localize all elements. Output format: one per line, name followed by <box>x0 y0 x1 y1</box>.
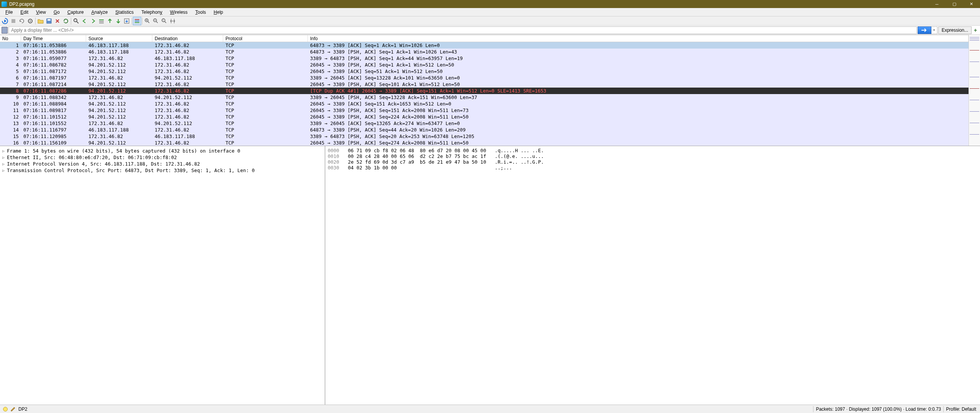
filterbar: ▾ Expression... + <box>0 26 980 35</box>
menu-wireless[interactable]: Wireless <box>166 8 191 16</box>
toolbar: 1 <box>0 16 980 26</box>
table-row[interactable]: 1407:16:11.11679746.183.117.188172.31.46… <box>0 127 969 133</box>
svg-point-5 <box>74 19 77 22</box>
svg-rect-0 <box>11 19 15 23</box>
table-row[interactable]: 107:16:11.05388646.183.117.188172.31.46.… <box>0 42 969 49</box>
statusbar: DP2 Packets: 1097 · Displayed: 1097 (100… <box>0 405 980 413</box>
table-row[interactable]: 607:16:11.087197172.31.46.8294.201.52.11… <box>0 75 969 81</box>
menu-telephony[interactable]: Telephony <box>137 8 166 16</box>
bookmark-icon[interactable] <box>2 27 8 34</box>
tree-item[interactable]: ▷Ethernet II, Src: 06:48:80:e6:d7:20, Ds… <box>2 154 322 161</box>
titlebar: DP2.pcapng ─ ▢ ✕ <box>0 0 980 8</box>
start-capture-icon[interactable] <box>1 17 9 25</box>
svg-text:1: 1 <box>163 19 164 21</box>
tree-item[interactable]: ▷Transmission Control Protocol, Src Port… <box>2 167 322 174</box>
column-no[interactable]: No <box>0 35 21 42</box>
capture-options-icon[interactable] <box>26 17 34 25</box>
reload-icon[interactable] <box>62 17 70 25</box>
resize-columns-icon[interactable] <box>168 17 177 25</box>
table-row[interactable]: 407:16:11.08678294.201.52.112172.31.46.8… <box>0 62 969 68</box>
status-profile[interactable]: Profile: Default <box>946 406 978 412</box>
packet-list[interactable]: No Day Time Source Destination Protocol … <box>0 35 969 146</box>
save-file-icon[interactable] <box>45 17 53 25</box>
svg-rect-12 <box>135 22 139 23</box>
menu-file[interactable]: File <box>2 8 16 16</box>
go-back-icon[interactable] <box>80 17 89 25</box>
menu-capture[interactable]: Capture <box>64 8 88 16</box>
expression-button[interactable]: Expression... <box>938 26 972 34</box>
packet-list-header[interactable]: No Day Time Source Destination Protocol … <box>0 35 969 42</box>
column-source[interactable]: Source <box>86 35 152 42</box>
table-row[interactable]: 907:16:11.088342172.31.46.8294.201.52.11… <box>0 94 969 101</box>
apply-filter-button[interactable] <box>918 26 931 34</box>
go-to-packet-icon[interactable] <box>97 17 106 25</box>
menu-analyze[interactable]: Analyze <box>88 8 112 16</box>
packet-minimap[interactable] <box>969 35 980 146</box>
svg-rect-10 <box>135 19 139 20</box>
menu-help[interactable]: Help <box>210 8 227 16</box>
svg-point-2 <box>30 20 31 21</box>
menu-tools[interactable]: Tools <box>191 8 210 16</box>
menu-statistics[interactable]: Statistics <box>111 8 137 16</box>
menu-go[interactable]: Go <box>50 8 64 16</box>
table-row[interactable]: 1607:16:11.15610994.201.52.112172.31.46.… <box>0 140 969 146</box>
menubar: File Edit View Go Capture Analyze Statis… <box>0 8 980 16</box>
table-row[interactable]: 807:16:11.08728694.201.52.112172.31.46.8… <box>0 88 969 94</box>
minimize-button[interactable]: ─ <box>928 0 946 8</box>
table-row[interactable]: 207:16:11.05388646.183.117.188172.31.46.… <box>0 49 969 55</box>
tree-item[interactable]: ▷Internet Protocol Version 4, Src: 46.18… <box>2 161 322 167</box>
status-packets: Packets: 1097 · Displayed: 1097 (100.0%)… <box>816 406 941 412</box>
close-button[interactable]: ✕ <box>963 0 980 8</box>
display-filter-input[interactable] <box>8 26 917 34</box>
add-filter-button[interactable]: + <box>972 26 979 34</box>
edit-capture-comment-icon[interactable] <box>10 406 16 412</box>
zoom-in-icon[interactable] <box>143 17 152 25</box>
colorize-icon[interactable] <box>133 17 141 25</box>
menu-view[interactable]: View <box>32 8 50 16</box>
column-time[interactable]: Day Time <box>21 35 86 42</box>
table-row[interactable]: 507:16:11.08717294.201.52.112172.31.46.8… <box>0 68 969 75</box>
find-packet-icon[interactable] <box>72 17 80 25</box>
svg-rect-6 <box>99 20 104 20</box>
maximize-button[interactable]: ▢ <box>946 0 963 8</box>
column-destination[interactable]: Destination <box>152 35 223 42</box>
table-row[interactable]: 1307:16:11.101552172.31.46.8294.201.52.1… <box>0 120 969 127</box>
zoom-reset-icon[interactable]: 1 <box>160 17 168 25</box>
svg-rect-11 <box>135 21 139 21</box>
menu-edit[interactable]: Edit <box>16 8 32 16</box>
stop-capture-icon[interactable] <box>9 17 18 25</box>
tree-item[interactable]: ▷Frame 1: 54 bytes on wire (432 bits), 5… <box>2 148 322 154</box>
zoom-out-icon[interactable] <box>152 17 160 25</box>
hex-row[interactable]: 0000 06 71 09 cb f8 02 06 48 80 e6 d7 20… <box>328 148 978 153</box>
restart-capture-icon[interactable] <box>18 17 26 25</box>
go-first-icon[interactable] <box>106 17 114 25</box>
expert-info-icon[interactable] <box>3 407 8 411</box>
table-row[interactable]: 1507:16:11.120985172.31.46.8246.183.117.… <box>0 133 969 140</box>
svg-rect-4 <box>47 19 51 21</box>
column-protocol[interactable]: Protocol <box>223 35 308 42</box>
packet-details-pane[interactable]: ▷Frame 1: 54 bytes on wire (432 bits), 5… <box>0 146 325 405</box>
wireshark-icon <box>2 2 7 7</box>
column-info[interactable]: Info <box>308 35 969 42</box>
filter-history-dropdown[interactable]: ▾ <box>931 26 938 34</box>
close-file-icon[interactable] <box>53 17 62 25</box>
hex-row[interactable]: 0020 2e 52 fd 69 0d 3d c7 a9 b5 de 21 e9… <box>328 159 978 165</box>
status-file: DP2 <box>18 406 27 412</box>
table-row[interactable]: 1207:16:11.10151294.201.52.112172.31.46.… <box>0 114 969 120</box>
table-row[interactable]: 1107:16:11.08981794.201.52.112172.31.46.… <box>0 107 969 114</box>
window-title: DP2.pcapng <box>9 2 34 7</box>
table-row[interactable]: 707:16:11.08721494.201.52.112172.31.46.8… <box>0 81 969 88</box>
hex-row[interactable]: 0010 00 28 c4 28 40 00 65 06 d2 c2 2e b7… <box>328 153 978 159</box>
open-file-icon[interactable] <box>36 17 45 25</box>
table-row[interactable]: 1007:16:11.08898494.201.52.112172.31.46.… <box>0 101 969 107</box>
auto-scroll-icon[interactable] <box>122 17 131 25</box>
go-last-icon[interactable] <box>114 17 122 25</box>
table-row[interactable]: 307:16:11.059077172.31.46.8246.183.117.1… <box>0 55 969 62</box>
svg-rect-8 <box>99 23 104 23</box>
packet-bytes-pane[interactable]: 0000 06 71 09 cb f8 02 06 48 80 e6 d7 20… <box>325 146 980 405</box>
go-forward-icon[interactable] <box>89 17 97 25</box>
svg-rect-7 <box>99 21 104 22</box>
hex-row[interactable]: 0030 04 02 3b 1b 00 00 ..;... <box>328 165 978 171</box>
